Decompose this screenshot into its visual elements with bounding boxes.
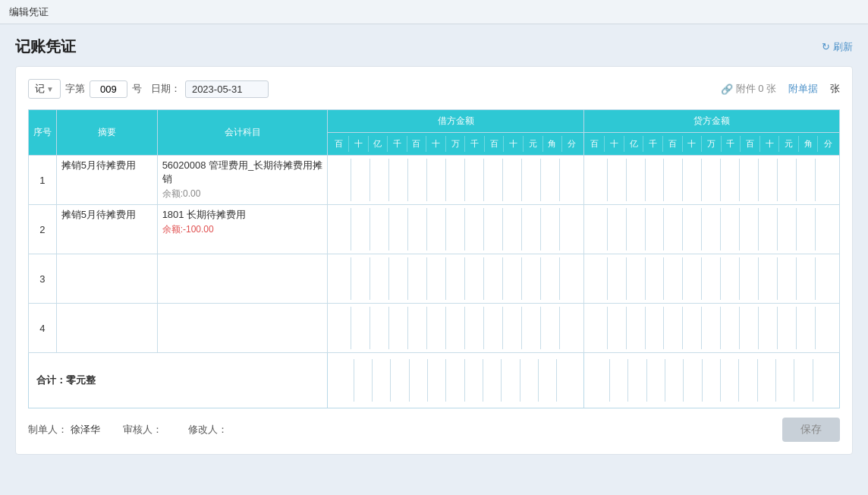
modifier-item: 修改人： bbox=[188, 423, 231, 437]
row-1-credit[interactable] bbox=[583, 156, 839, 205]
refresh-icon: ↻ bbox=[822, 41, 830, 52]
refresh-button[interactable]: ↻ 刷新 bbox=[822, 40, 853, 54]
date-label: 日期： bbox=[151, 82, 181, 96]
credit-col-shi3: 十 bbox=[760, 136, 780, 152]
debit-col-shi2: 十 bbox=[426, 136, 446, 152]
creator-value: 徐泽华 bbox=[71, 423, 100, 437]
chevron-down-icon: ▼ bbox=[46, 85, 54, 93]
header-summary: 摘要 bbox=[56, 110, 157, 156]
row-4-debit[interactable] bbox=[328, 304, 583, 353]
row-1-account[interactable]: 56020008 管理费用_长期待摊费用摊销余额:0.00 bbox=[157, 156, 328, 205]
total-debit bbox=[328, 353, 583, 408]
row-1-debit[interactable] bbox=[328, 156, 583, 205]
date-group: 日期： bbox=[151, 80, 269, 98]
credit-col-jiao: 角 bbox=[799, 136, 819, 152]
attachment-link[interactable]: 🔗 附件 0 张 bbox=[721, 82, 776, 96]
debit-col-wan1: 万 bbox=[446, 136, 466, 152]
credit-col-wan1: 万 bbox=[702, 136, 722, 152]
debit-col-qian1: 千 bbox=[388, 136, 407, 152]
window-titlebar: 编辑凭证 bbox=[0, 0, 868, 24]
type-dropdown[interactable]: 记 ▼ bbox=[28, 79, 61, 99]
debit-col-qian2: 千 bbox=[465, 136, 485, 152]
row-2-account[interactable]: 1801 长期待摊费用余额:-100.00 bbox=[157, 205, 328, 254]
creator-label: 制单人： bbox=[28, 423, 68, 437]
debit-col-bai3: 百 bbox=[485, 136, 505, 152]
row-2-summary[interactable]: 摊销5月待摊费用 bbox=[56, 205, 157, 254]
credit-col-bai3: 百 bbox=[741, 136, 760, 152]
paperclip-icon: 🔗 bbox=[721, 84, 733, 95]
row-2-credit[interactable] bbox=[583, 205, 839, 254]
type-group: 记 ▼ 字第 号 bbox=[28, 79, 142, 99]
debit-col-yuan: 元 bbox=[524, 136, 543, 152]
total-label: 合计：零元整 bbox=[29, 353, 328, 408]
credit-col-fen: 分 bbox=[818, 136, 838, 152]
form-row: 记 ▼ 字第 号 日期： 🔗 附件 0 张 附单据 张 bbox=[28, 79, 840, 99]
attachment-area: 🔗 附件 0 张 附单据 张 bbox=[721, 82, 840, 96]
hao-label: 号 bbox=[132, 82, 142, 96]
modifier-label: 修改人： bbox=[188, 423, 228, 437]
type-value: 记 bbox=[35, 82, 45, 96]
table-header-top: 序号 摘要 会计科目 借方金额 贷方金额 bbox=[29, 110, 840, 133]
date-input[interactable] bbox=[185, 80, 269, 98]
row-1-seq: 1 bbox=[29, 156, 57, 205]
total-credit bbox=[583, 353, 839, 408]
row-4-summary[interactable] bbox=[56, 304, 157, 353]
row-2-debit[interactable] bbox=[328, 205, 583, 254]
footer-row: 制单人： 徐泽华 审核人： 修改人： 保存 bbox=[28, 418, 840, 442]
debit-col-shi3: 十 bbox=[504, 136, 524, 152]
fujian-label: 附单据 bbox=[788, 83, 818, 94]
header-debit: 借方金额 bbox=[328, 110, 583, 133]
debit-col-shi1: 十 bbox=[349, 136, 369, 152]
save-label: 保存 bbox=[800, 423, 822, 435]
save-button[interactable]: 保存 bbox=[782, 418, 840, 442]
table-row: 4 bbox=[29, 304, 840, 353]
debit-col-bai1: 百 bbox=[329, 136, 349, 152]
row-2-seq: 2 bbox=[29, 205, 57, 254]
header-credit-sub: 百 十 亿 千 百 十 万 千 百 十 元 角 bbox=[583, 133, 839, 156]
fujian-button[interactable]: 附单据 bbox=[788, 82, 818, 96]
zi-label: 字第 bbox=[65, 82, 85, 96]
page-title: 记账凭证 bbox=[15, 36, 76, 57]
header-credit: 贷方金额 bbox=[583, 110, 839, 133]
creator-item: 制单人： 徐泽华 bbox=[28, 423, 100, 437]
total-row: 合计：零元整 bbox=[29, 353, 840, 408]
debit-col-fen: 分 bbox=[562, 136, 582, 152]
row-4-account[interactable] bbox=[157, 304, 328, 353]
row-1-summary[interactable]: 摊销5月待摊费用 bbox=[56, 156, 157, 205]
row-3-credit[interactable] bbox=[583, 254, 839, 304]
row-3-seq: 3 bbox=[29, 254, 57, 304]
credit-col-qian2: 千 bbox=[722, 136, 741, 152]
credit-col-bai1: 百 bbox=[586, 136, 605, 152]
table-footer: 合计：零元整 bbox=[29, 353, 840, 408]
row-4-credit[interactable] bbox=[583, 304, 839, 353]
page-container: 记账凭证 ↻ 刷新 记 ▼ 字第 号 日期： 🔗 bbox=[0, 24, 868, 495]
voucher-card: 记 ▼ 字第 号 日期： 🔗 附件 0 张 附单据 张 bbox=[15, 66, 853, 455]
zhang-label: 张 bbox=[830, 82, 840, 96]
debit-col-bai2: 百 bbox=[407, 136, 427, 152]
auditor-item: 审核人： bbox=[123, 423, 165, 437]
credit-col-yi1: 亿 bbox=[624, 136, 644, 152]
credit-col-shi2: 十 bbox=[683, 136, 703, 152]
page-header: 记账凭证 ↻ 刷新 bbox=[15, 36, 853, 57]
credit-col-bai2: 百 bbox=[663, 136, 683, 152]
table-row: 1摊销5月待摊费用56020008 管理费用_长期待摊费用摊销余额:0.00 bbox=[29, 156, 840, 205]
table-row: 3 bbox=[29, 254, 840, 304]
header-seq: 序号 bbox=[29, 110, 57, 156]
zi-number-input[interactable] bbox=[90, 80, 127, 98]
header-debit-sub: 百 十 亿 千 百 十 万 千 百 十 元 角 bbox=[328, 133, 583, 156]
window-title: 编辑凭证 bbox=[9, 5, 49, 19]
row-3-summary[interactable] bbox=[56, 254, 157, 304]
attachment-label: 附件 0 张 bbox=[736, 82, 776, 96]
row-3-account[interactable] bbox=[157, 254, 328, 304]
credit-col-yuan: 元 bbox=[779, 136, 799, 152]
row-3-debit[interactable] bbox=[328, 254, 583, 304]
auditor-label: 审核人： bbox=[123, 423, 162, 437]
header-account: 会计科目 bbox=[157, 110, 328, 156]
credit-col-shi1: 十 bbox=[605, 136, 624, 152]
refresh-label: 刷新 bbox=[833, 40, 853, 54]
table-row: 2摊销5月待摊费用1801 长期待摊费用余额:-100.00 bbox=[29, 205, 840, 254]
table-body: 1摊销5月待摊费用56020008 管理费用_长期待摊费用摊销余额:0.002摊… bbox=[29, 156, 840, 353]
table-wrapper: 序号 摘要 会计科目 借方金额 贷方金额 bbox=[28, 109, 840, 408]
row-4-seq: 4 bbox=[29, 304, 57, 353]
debit-col-yi1: 亿 bbox=[369, 136, 388, 152]
